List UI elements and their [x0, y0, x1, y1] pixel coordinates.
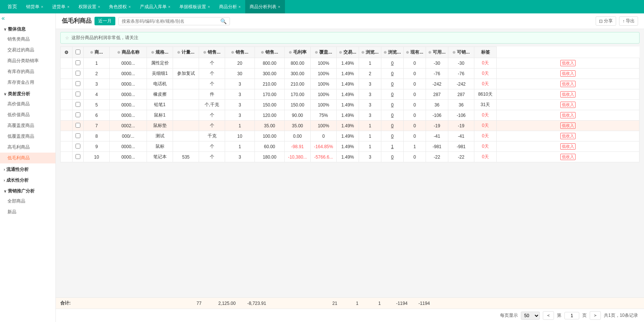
browse-link[interactable]: 0	[391, 113, 394, 118]
sidebar-item-high-coverage[interactable]: 高覆盖度商品	[0, 120, 55, 131]
row-check[interactable]	[73, 141, 84, 152]
settings-icon[interactable]: ⚙	[64, 50, 68, 55]
th-coverage[interactable]: ⊕ 覆盖...	[311, 47, 337, 58]
row-check[interactable]	[73, 79, 84, 89]
row-check[interactable]	[73, 58, 84, 68]
row-checkbox[interactable]	[76, 60, 80, 65]
nav-role[interactable]: 角色授权 ×	[105, 0, 135, 13]
th-check[interactable]	[73, 47, 84, 58]
nav-product-analysis-list[interactable]: 商品分析列表 ×	[245, 0, 285, 13]
sidebar-item-all-products[interactable]: 全部商品	[0, 196, 55, 207]
filter-icon[interactable]: ⊕	[289, 50, 292, 54]
row-browse1[interactable]: 0	[381, 110, 404, 121]
close-icon[interactable]: ×	[208, 4, 210, 9]
next-page-button[interactable]: ＞	[590, 311, 601, 320]
sidebar-item-new-products[interactable]: 新品	[0, 207, 55, 217]
row-browse1[interactable]: 0	[381, 68, 404, 79]
row-browse1[interactable]: 0	[381, 121, 404, 131]
filter-icon[interactable]: ⊕	[384, 50, 387, 54]
th-code[interactable]: ⊕ 商...	[84, 47, 110, 58]
filter-icon[interactable]: ⊕	[339, 50, 342, 54]
th-saleable[interactable]: ⊕ 可销...	[448, 47, 474, 58]
row-checkbox[interactable]	[76, 102, 80, 107]
browse-link[interactable]: 0	[391, 71, 394, 76]
sidebar-item-low-value[interactable]: 低价值商品	[0, 109, 55, 120]
th-available[interactable]: ⊕ 可用...	[426, 47, 448, 58]
browse-link[interactable]: 0	[391, 92, 394, 97]
sidebar-item-low-coverage[interactable]: 低覆盖度商品	[0, 131, 55, 142]
row-checkbox[interactable]	[76, 112, 80, 117]
sidebar-item-traded-products[interactable]: 交易过的商品	[0, 45, 55, 55]
table-container[interactable]: ⚙ ⊕ 商... ⊕	[56, 47, 644, 297]
th-sales-price[interactable]: ⊕ 销售...	[225, 47, 255, 58]
close-icon[interactable]: ×	[128, 4, 131, 9]
filter-icon[interactable]: ⊕	[151, 50, 154, 54]
filter-icon[interactable]: ⊕	[428, 50, 431, 54]
th-transaction[interactable]: ⊕ 交易...	[337, 47, 359, 58]
th-spec[interactable]: ⊕ 规格...	[147, 47, 173, 58]
select-all-checkbox[interactable]	[76, 50, 80, 54]
row-checkbox[interactable]	[76, 154, 80, 159]
close-icon[interactable]: ×	[41, 4, 43, 9]
prev-page-button[interactable]: ＜	[543, 311, 554, 320]
row-check[interactable]	[73, 68, 84, 79]
nav-sales[interactable]: 销货单 ×	[22, 0, 48, 13]
search-input[interactable]	[122, 19, 220, 24]
browse-link[interactable]: 0	[391, 82, 394, 87]
th-sales-qty[interactable]: ⊕ 销售...	[199, 47, 225, 58]
browse-link[interactable]: 0	[391, 134, 394, 139]
browse-link[interactable]: 1	[391, 144, 394, 149]
nav-template[interactable]: 单据模板设置 ×	[175, 0, 214, 13]
row-check[interactable]	[73, 121, 84, 131]
period-button[interactable]: 近一月	[94, 17, 115, 25]
sidebar-item-high-value[interactable]: 高价值商品	[0, 99, 55, 109]
search-icon[interactable]: 🔍	[220, 18, 227, 24]
close-icon[interactable]: ×	[98, 4, 100, 9]
row-browse1[interactable]: 0	[381, 152, 404, 162]
nav-home[interactable]: 首页	[3, 0, 22, 13]
filter-icon[interactable]: ⊕	[203, 50, 206, 54]
th-browse1[interactable]: ⊕ 浏览...	[359, 47, 381, 58]
row-checkbox[interactable]	[76, 71, 80, 76]
sidebar-group-growth[interactable]: › 成长性分析	[0, 174, 55, 185]
filter-icon[interactable]: ⊕	[452, 50, 455, 54]
sidebar-item-low-profit[interactable]: 低毛利商品	[0, 153, 55, 163]
nav-purchase[interactable]: 进货单 ×	[48, 0, 74, 13]
browse-link[interactable]: 0	[391, 123, 394, 128]
th-sales-profit[interactable]: ⊕ 销售...	[255, 47, 285, 58]
row-browse1[interactable]: 0	[381, 58, 404, 68]
filter-icon[interactable]: ⊕	[231, 50, 234, 54]
row-browse1[interactable]: 0	[381, 89, 404, 100]
filter-icon[interactable]: ⊕	[90, 50, 93, 54]
filter-icon[interactable]: ⊕	[361, 50, 364, 54]
th-tag[interactable]: 标签	[474, 47, 497, 58]
close-icon[interactable]: ×	[238, 4, 241, 9]
close-icon[interactable]: ×	[168, 4, 170, 9]
sidebar-item-sales-products[interactable]: 销售类商品	[0, 34, 55, 45]
filter-icon[interactable]: ⊕	[261, 50, 264, 54]
th-gross-rate[interactable]: ⊕ 毛利率	[285, 47, 311, 58]
sidebar-collapse-btn[interactable]: «	[0, 13, 55, 23]
row-check[interactable]	[73, 131, 84, 141]
row-check[interactable]	[73, 100, 84, 110]
nav-product-inbound[interactable]: 产成品入库单 ×	[135, 0, 175, 13]
export-button[interactable]: ↑ 导出	[619, 16, 638, 26]
row-browse1[interactable]: 0	[381, 100, 404, 110]
nav-product-analysis[interactable]: 商品分析 ×	[215, 0, 245, 13]
th-name[interactable]: ⊕ 商品名称	[110, 47, 147, 58]
row-browse1[interactable]: 1	[381, 141, 404, 152]
sidebar-item-category-rate[interactable]: 商品分类助销率	[0, 55, 55, 66]
th-settings[interactable]: ⚙	[61, 47, 73, 58]
nav-permission[interactable]: 权限设置 ×	[74, 0, 105, 13]
search-box[interactable]: 🔍	[118, 17, 230, 25]
sidebar-item-high-profit[interactable]: 高毛利商品	[0, 142, 55, 153]
row-checkbox[interactable]	[76, 81, 80, 86]
row-checkbox[interactable]	[76, 133, 80, 138]
per-page-select[interactable]: 50 20 100	[521, 312, 540, 320]
row-checkbox[interactable]	[76, 144, 80, 149]
row-browse1[interactable]: 0	[381, 79, 404, 89]
row-checkbox[interactable]	[76, 92, 80, 96]
sidebar-group-category[interactable]: ∨ 类射度分析	[0, 88, 55, 99]
sidebar-item-stock-capital[interactable]: 库存资金占用	[0, 77, 55, 88]
th-current[interactable]: ⊕ 现有...	[404, 47, 426, 58]
